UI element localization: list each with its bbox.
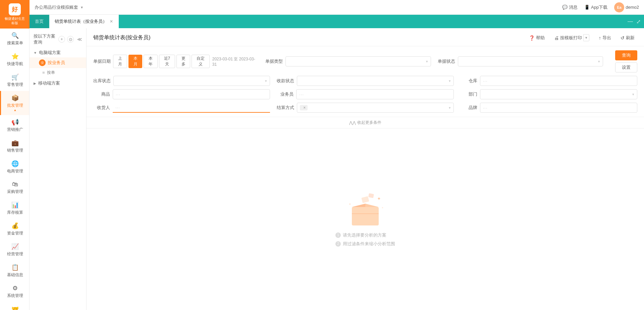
scheme-group-mobile-header[interactable]: ▶ 移动端方案: [30, 79, 86, 88]
tab-home[interactable]: 首页: [30, 15, 49, 28]
page-title: 销货单统计表(按业务员): [93, 34, 151, 41]
app-download-btn[interactable]: 📱 App下载: [584, 4, 607, 10]
purchase-icon: 🛍: [12, 181, 18, 188]
doc-status-input[interactable]: ▾: [458, 56, 603, 66]
print-btn[interactable]: 🖨 按模板打印 ▾: [551, 33, 592, 43]
scheme-child-label: 按业务员: [48, 60, 65, 66]
export-btn[interactable]: ↑ 导出: [596, 34, 614, 42]
settlement-tag-close[interactable]: ×: [303, 105, 306, 110]
date-btn-last-month[interactable]: 上月: [113, 55, 127, 68]
sidebar-item-purchase[interactable]: 🛍 采购管理: [0, 177, 29, 198]
recv-status-input[interactable]: ▾: [297, 76, 453, 86]
user-profile[interactable]: Ea demo2: [614, 2, 639, 12]
sidebar-item-system[interactable]: ⚙ 系统管理: [0, 281, 29, 302]
settlement-input[interactable]: × ▾: [297, 103, 453, 113]
doc-type-input[interactable]: ▾: [285, 56, 431, 66]
empty-state: ✦ ✦ ✦ 1 请先选择要分析的方案 2 用过滤条件来: [87, 128, 644, 310]
sidebar-item-retail[interactable]: 🛒 零售管理: [0, 70, 29, 91]
scheme-collapse-btn[interactable]: ≪: [77, 37, 82, 42]
app-logo[interactable]: 好 畅捷通好生意 标版: [0, 0, 30, 29]
sidebar-item-corp-coop[interactable]: 🤝 企业协同: [0, 302, 29, 310]
doc-type-arrow-icon: ▾: [426, 59, 428, 64]
scheme-group-mobile: ▶ 移动端方案: [30, 79, 86, 88]
scheme-edit-btn[interactable]: ⊙: [67, 36, 74, 43]
print-dropdown-arrow[interactable]: ▾: [583, 34, 589, 41]
breadcrumb-dropdown-arrow[interactable]: ▾: [81, 5, 83, 10]
scheme-sub-child-by-order[interactable]: ≡ 按单: [30, 68, 86, 77]
sidebar-item-sales[interactable]: 💼 销售管理: [0, 136, 29, 157]
scheme-add-btn[interactable]: +: [58, 36, 65, 43]
add-icon: +: [60, 37, 63, 42]
date-btn-this-month[interactable]: 本月: [128, 55, 143, 68]
date-btn-last-7-days[interactable]: 近7天: [159, 55, 175, 68]
operations-icon: 📈: [11, 243, 19, 250]
refresh-label: 刷新: [626, 35, 635, 41]
maximize-btn[interactable]: ⤢: [636, 18, 641, 25]
sidebar-item-inventory[interactable]: 📊 库存核算: [0, 198, 29, 219]
help-btn[interactable]: ❓ 帮助: [526, 34, 547, 42]
scheme-panel-title: 按以下方案查询: [34, 33, 58, 45]
wholesale-icon: 📦: [11, 94, 19, 102]
sidebar-item-wholesale[interactable]: 📦 批发管理 ▲: [0, 91, 29, 115]
page-header: 销货单统计表(按业务员) ❓ 帮助 🖨 按模板打印 ▾ ↑ 导出: [87, 28, 644, 46]
tip-1-num: 1: [335, 232, 341, 238]
minimize-btn[interactable]: —: [628, 18, 633, 24]
query-btn[interactable]: 查询: [615, 50, 637, 60]
svg-rect-0: [352, 207, 379, 225]
sidebar-item-basic-info[interactable]: 📋 基础信息: [0, 260, 29, 281]
svg-text:✦: ✦: [381, 206, 384, 209]
print-icon: 🖨: [554, 35, 559, 41]
out-status-input[interactable]: ▾: [113, 76, 270, 86]
date-btn-more[interactable]: 更多: [176, 55, 191, 68]
sidebar-item-label: 采购管理: [7, 189, 23, 195]
sidebar-item-quick-nav[interactable]: ⭐ 快捷导航: [0, 49, 29, 70]
out-status-field: 出库状态 ▾: [93, 76, 270, 86]
tip-1-text: 请先选择要分析的方案: [343, 232, 386, 238]
sidebar-item-label: 营销推广: [7, 127, 23, 133]
brand-label: 品牌: [461, 105, 477, 111]
svg-text:✦: ✦: [348, 202, 351, 206]
edit-icon: ⊙: [69, 37, 72, 42]
recv-status-arrow-icon: ▾: [449, 79, 451, 83]
tab-close-btn[interactable]: ✕: [110, 19, 113, 24]
download-icon: 📱: [584, 5, 590, 10]
date-filter-bar: 上月 本月 本年 近7天 更多 自定义 2023-03-01 至 2023-03…: [113, 55, 259, 68]
dept-input[interactable]: ▾: [480, 89, 637, 99]
tab-sales-stat[interactable]: 销货单统计表（按业务员） ✕: [49, 15, 119, 28]
sidebar-item-finance[interactable]: 💰 资金管理: [0, 219, 29, 240]
settlement-tag: ×: [300, 105, 308, 110]
goods-input[interactable]: ···: [113, 89, 270, 99]
empty-svg: ✦ ✦ ✦: [345, 192, 389, 229]
collapse-icon: ⋀⋀: [349, 120, 356, 125]
brand-input[interactable]: ···: [480, 103, 637, 113]
scheme-group-desktop: ▼ 电脑端方案 业 按业务员 ≡ 按单: [30, 48, 86, 77]
date-field: 单据日期 上月 本月 本年 近7天 更多 自定义 2023-03-01 至 20…: [93, 55, 259, 68]
date-btn-this-year[interactable]: 本年: [144, 55, 158, 68]
scheme-group-desktop-header[interactable]: ▼ 电脑端方案: [30, 48, 86, 57]
export-icon: ↑: [599, 35, 601, 41]
sidebar-item-search[interactable]: 🔍 搜索菜单: [0, 29, 29, 49]
ecommerce-icon: 🌐: [11, 160, 19, 167]
svg-rect-8: [368, 193, 374, 198]
group-arrow-collapsed-icon: ▶: [34, 82, 36, 85]
tab-sales-stat-label: 销货单统计表（按业务员）: [55, 18, 107, 24]
scheme-child-by-salesperson[interactable]: 业 按业务员: [30, 57, 86, 68]
collapse-bar[interactable]: ⋀⋀ 收起更多条件: [87, 117, 644, 128]
salesperson-input[interactable]: ···: [296, 89, 453, 99]
message-btn[interactable]: 💬 消息: [562, 4, 578, 10]
warehouse-input[interactable]: ···: [480, 76, 637, 86]
settlement-arrow-icon: ▾: [449, 106, 451, 110]
help-icon: ❓: [529, 35, 535, 41]
doc-status-field: 单据状态 ▾: [438, 56, 603, 66]
svg-marker-1: [352, 204, 365, 207]
sidebar-item-marketing[interactable]: 📢 营销推广: [0, 115, 29, 136]
settings-btn[interactable]: 设置: [615, 62, 637, 72]
doc-status-arrow-icon: ▾: [598, 59, 600, 64]
sidebar-item-operations[interactable]: 📈 经营管理: [0, 240, 29, 260]
refresh-btn[interactable]: ↺ 刷新: [618, 34, 637, 42]
date-range-text: 2023-03-01 至 2023-03-31: [212, 56, 259, 67]
main-area: 办公用品行业模拟账套 ▾ 💬 消息 📱 App下载 Ea demo2 首页: [30, 0, 644, 310]
sidebar-item-ecommerce[interactable]: 🌐 电商管理: [0, 157, 29, 177]
consignee-input[interactable]: ···: [113, 103, 270, 113]
date-btn-custom[interactable]: 自定义: [192, 55, 209, 68]
